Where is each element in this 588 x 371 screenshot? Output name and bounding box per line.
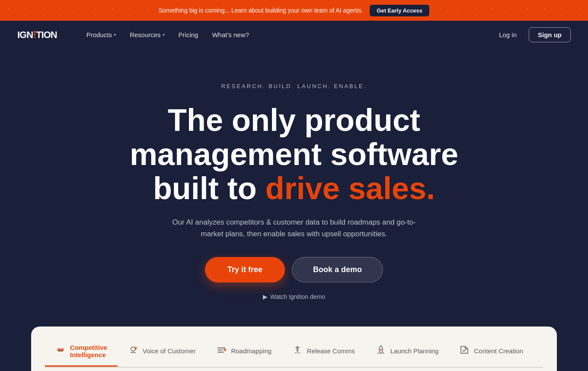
hero-title-accent: drive sales.	[265, 171, 435, 206]
signup-button[interactable]: Sign up	[529, 27, 571, 42]
tab-label-release: Release Comms	[307, 347, 355, 355]
voice-icon	[128, 345, 138, 357]
nav-links: Products ▾ Resources ▾ Pricing What's ne…	[81, 28, 480, 42]
svg-point-10	[380, 349, 382, 351]
svg-rect-6	[217, 349, 223, 351]
logo-dot: !	[33, 29, 36, 40]
tab-label-voice: Voice of Customer	[143, 347, 196, 355]
nav-right: Log in Sign up	[494, 27, 571, 42]
hero-description: Our AI analyzes competitors & customer d…	[164, 216, 424, 240]
hero-subtitle: RESEARCH. BUILD. LAUNCH. ENABLE.	[17, 83, 571, 89]
nav-item-pricing[interactable]: Pricing	[173, 28, 204, 42]
tab-voice-of-customer[interactable]: Voice of Customer	[118, 338, 206, 365]
chevron-down-icon: ▾	[114, 32, 116, 37]
tab-competitive-intelligence[interactable]: vs CompetitiveIntelligence	[45, 337, 118, 367]
tab-roadmapping[interactable]: Roadmapping	[206, 338, 281, 365]
early-access-button[interactable]: Get Early Access	[370, 5, 429, 16]
try-free-button[interactable]: Try it free	[205, 257, 285, 282]
nav-item-resources[interactable]: Resources ▾	[125, 28, 170, 42]
announcement-banner: Something big is coming... Learn about b…	[0, 0, 588, 21]
tab-content-area	[31, 368, 557, 371]
svg-rect-9	[294, 352, 300, 353]
banner-text: Something big is coming... Learn about b…	[159, 7, 363, 14]
svg-rect-5	[217, 347, 225, 349]
hero-title: The only product management software bui…	[99, 103, 489, 206]
main-navbar: IGN!TION Products ▾ Resources ▾ Pricing …	[0, 21, 588, 48]
tab-label-competitive: CompetitiveIntelligence	[70, 344, 107, 358]
login-button[interactable]: Log in	[494, 28, 522, 42]
roadmapping-icon	[216, 345, 227, 357]
logo[interactable]: IGN!TION	[17, 29, 57, 41]
svg-rect-7	[217, 352, 224, 353]
logo-text: IGN!TION	[17, 29, 57, 41]
svg-point-8	[224, 349, 226, 351]
nav-item-whats-new[interactable]: What's new?	[207, 28, 254, 42]
features-section: vs CompetitiveIntelligence Voice of Cust…	[31, 327, 557, 371]
launch-icon	[376, 345, 386, 357]
features-tabs: vs CompetitiveIntelligence Voice of Cust…	[31, 327, 557, 367]
release-icon	[292, 345, 303, 357]
chevron-down-icon: ▾	[163, 32, 165, 37]
nav-item-products[interactable]: Products ▾	[81, 28, 121, 42]
tab-launch-planning[interactable]: Launch Planning	[365, 338, 449, 365]
hero-buttons: Try it free Book a demo	[17, 257, 571, 282]
tab-label-launch: Launch Planning	[390, 347, 439, 355]
competitive-icon: vs	[55, 345, 66, 357]
svg-text:vs: vs	[59, 349, 63, 352]
tab-label-content: Content Creation	[474, 347, 523, 355]
content-icon	[459, 345, 470, 357]
hero-section: RESEARCH. BUILD. LAUNCH. ENABLE. The onl…	[0, 48, 588, 327]
tab-release-comms[interactable]: Release Comms	[282, 338, 365, 365]
tab-label-roadmapping: Roadmapping	[231, 347, 271, 355]
svg-point-4	[134, 347, 137, 349]
watch-demo-link[interactable]: ▶ Watch Ignition demo	[263, 293, 325, 300]
play-icon: ▶	[263, 293, 268, 300]
tab-content-creation[interactable]: Content Creation	[449, 338, 533, 365]
book-demo-button[interactable]: Book a demo	[292, 257, 383, 282]
